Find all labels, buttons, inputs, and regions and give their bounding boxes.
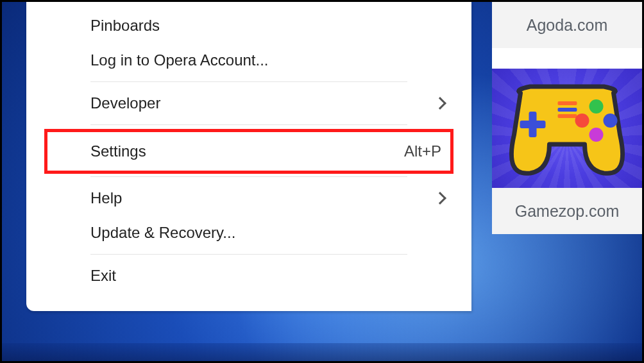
tile-thumbnail-gamezop (492, 69, 642, 188)
menu-item-label: Settings (90, 142, 146, 160)
menu-item-update[interactable]: Update & Recovery... (26, 215, 471, 250)
tile-caption: Gamezop.com (492, 188, 642, 234)
menu-item-label: Pinboards (90, 17, 160, 35)
menu-item-help[interactable]: Help (26, 181, 471, 215)
speed-dial-tile-gamezop[interactable]: Gamezop.com (492, 188, 642, 234)
speed-dial-tile-agoda[interactable]: Agoda.com (492, 2, 642, 188)
svg-point-7 (589, 128, 604, 142)
chevron-right-icon (434, 97, 446, 110)
menu-separator (90, 124, 407, 125)
main-menu-popup: Pinboards Log in to Opera Account... Dev… (26, 2, 471, 311)
menu-item-settings[interactable]: Settings Alt+P (44, 129, 453, 174)
svg-rect-4 (558, 114, 577, 118)
svg-rect-2 (558, 101, 577, 105)
menu-item-label: Help (90, 189, 122, 207)
menu-item-developer[interactable]: Developer (26, 86, 471, 121)
svg-point-5 (589, 99, 604, 114)
menu-separator (90, 81, 407, 82)
tile-caption-text: Agoda.com (527, 16, 607, 35)
menu-item-exit[interactable]: Exit (26, 258, 471, 293)
menu-item-label: Update & Recovery... (90, 224, 235, 242)
taskbar-partial (2, 343, 642, 361)
svg-point-8 (575, 114, 589, 128)
svg-rect-3 (558, 108, 577, 112)
menu-item-pinboards[interactable]: Pinboards (26, 8, 471, 43)
menu-separator (90, 254, 407, 255)
chevron-right-icon (434, 192, 446, 205)
svg-rect-1 (520, 121, 546, 128)
svg-point-6 (604, 114, 618, 128)
menu-item-shortcut: Alt+P (404, 142, 441, 160)
tile-caption-text: Gamezop.com (515, 202, 620, 221)
tile-gap (492, 48, 642, 69)
menu-item-label: Exit (90, 267, 116, 285)
menu-item-login[interactable]: Log in to Opera Account... (26, 43, 471, 78)
menu-item-label: Log in to Opera Account... (90, 51, 269, 69)
menu-separator (90, 176, 407, 177)
gamepad-icon (495, 71, 640, 186)
tile-caption: Agoda.com (492, 2, 642, 48)
menu-item-label: Developer (90, 94, 160, 112)
speed-dial-column: Agoda.com Gamezop.com (492, 2, 642, 234)
